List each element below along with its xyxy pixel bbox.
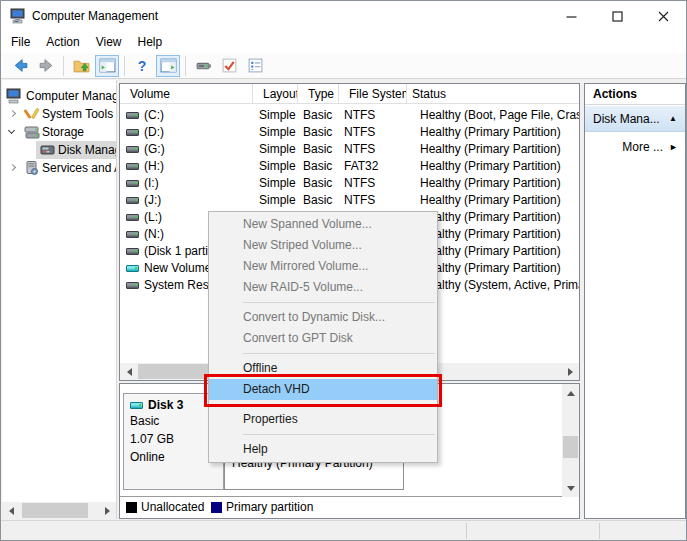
services-icon: [24, 160, 40, 176]
scroll-up-button[interactable]: [562, 384, 579, 401]
column-header-type[interactable]: Type: [298, 84, 339, 104]
tree-horizontal-scrollbar[interactable]: [2, 502, 116, 519]
actions-more-label: More ...: [622, 140, 663, 154]
scroll-down-button[interactable]: [562, 480, 579, 497]
scrollbar-thumb[interactable]: [22, 503, 88, 518]
volume-name: (L:): [144, 210, 162, 224]
table-row[interactable]: (J:) Simple Basic NTFS Healthy (Primary …: [120, 192, 579, 209]
maximize-button[interactable]: [594, 1, 640, 31]
tree-item-computer-management[interactable]: Computer Management: [2, 87, 117, 105]
actions-more-item[interactable]: More ... ►: [585, 136, 685, 158]
up-folder-button[interactable]: [69, 55, 93, 77]
disk-pane-vertical-scrollbar[interactable]: [562, 384, 579, 497]
storage-icon: [24, 124, 40, 140]
menu-item-new-spanned-volume: New Spanned Volume...: [209, 214, 437, 235]
column-header-layout[interactable]: Layout: [253, 84, 298, 104]
table-row[interactable]: (D:) Simple Basic NTFS Healthy (Primary …: [120, 124, 579, 141]
menu-item-properties[interactable]: Properties: [209, 409, 437, 430]
properties-list-button[interactable]: [243, 55, 267, 77]
menu-separator: [243, 353, 435, 354]
chevron-right-icon[interactable]: [9, 164, 16, 171]
scroll-right-button[interactable]: [562, 363, 579, 380]
collapse-arrow-icon[interactable]: ▲: [669, 106, 677, 132]
tree-item-system-tools[interactable]: System Tools: [2, 105, 117, 123]
scrollbar-thumb[interactable]: [138, 364, 212, 379]
volume-type: Basic: [303, 175, 332, 192]
volume-icon: [126, 112, 139, 119]
close-button[interactable]: [640, 1, 686, 31]
tree-item-storage[interactable]: Storage: [2, 123, 117, 141]
column-header-file-system[interactable]: File System: [339, 84, 407, 104]
menu-separator: [243, 434, 435, 435]
computer-management-window: Computer Management File Action View Hel…: [0, 0, 687, 541]
menu-item-convert-gpt-disk: Convert to GPT Disk: [209, 328, 437, 349]
minimize-icon: [566, 11, 577, 22]
show-action-pane-button[interactable]: [156, 55, 180, 77]
volume-icon: [126, 146, 139, 153]
disk-icon: [130, 402, 143, 409]
scroll-right-icon: [568, 368, 577, 376]
menu-file[interactable]: File: [3, 31, 38, 53]
volume-fs: FAT32: [344, 158, 378, 175]
actions-group-label: Disk Mana...: [593, 112, 660, 126]
table-row[interactable]: (H:) Simple Basic FAT32 Healthy (Primary…: [120, 158, 579, 175]
menu-item-convert-dynamic-disk: Convert to Dynamic Disk...: [209, 307, 437, 328]
tree-item-disk-management[interactable]: Disk Management: [2, 141, 117, 159]
scroll-left-button[interactable]: [2, 502, 19, 519]
forward-button[interactable]: [34, 55, 58, 77]
tree-item-services-applications[interactable]: Services and Applications: [2, 159, 117, 177]
table-row[interactable]: (I:) Simple Basic NTFS Healthy (Primary …: [120, 175, 579, 192]
menu-item-help[interactable]: Help: [209, 439, 437, 460]
primary-partition-color-swatch: [211, 502, 222, 513]
status-bar: [1, 520, 686, 540]
chevron-down-icon[interactable]: [8, 127, 15, 134]
table-row[interactable]: (G:) Simple Basic NTFS Healthy (Primary …: [120, 141, 579, 158]
back-button[interactable]: [8, 55, 32, 77]
volume-icon: [126, 282, 139, 289]
properties-list-icon: [247, 57, 264, 74]
chevron-right-icon[interactable]: [9, 110, 16, 117]
device-button[interactable]: [191, 55, 215, 77]
volume-status: Healthy (Primary Partition): [420, 192, 561, 209]
scroll-left-button[interactable]: [120, 363, 137, 380]
menu-view[interactable]: View: [88, 31, 130, 53]
volume-name: (D:): [144, 125, 164, 139]
volume-name: (N:): [144, 227, 164, 241]
check-button[interactable]: [217, 55, 241, 77]
scroll-right-button[interactable]: [99, 502, 116, 519]
volume-fs: NTFS: [344, 107, 375, 124]
column-header-volume[interactable]: Volume: [120, 84, 253, 104]
menu-help[interactable]: Help: [130, 31, 171, 53]
computer-icon: [6, 88, 22, 104]
console-tree-icon: [99, 57, 116, 74]
submenu-arrow-icon: ►: [669, 136, 678, 158]
menu-action[interactable]: Action: [38, 31, 87, 53]
column-header-status[interactable]: Status: [407, 84, 579, 104]
menu-item-new-striped-volume: New Striped Volume...: [209, 235, 437, 256]
unallocated-color-swatch: [126, 502, 137, 513]
maximize-icon: [612, 11, 623, 22]
scrollbar-thumb[interactable]: [563, 436, 578, 458]
volume-status: Healthy (Boot, Page File, Crash Dump, Pr…: [420, 107, 580, 124]
volume-status: Healthy (System, Active, Primary Partiti…: [420, 277, 580, 294]
volume-type: Basic: [303, 107, 332, 124]
menu-item-new-mirrored-volume: New Mirrored Volume...: [209, 256, 437, 277]
status-bar-divider: [466, 523, 467, 539]
volume-name: (G:): [144, 142, 165, 156]
annotation-rectangle: [204, 374, 442, 407]
scroll-left-icon: [5, 507, 14, 515]
toolbar-separator: [185, 56, 186, 76]
actions-group-disk-management[interactable]: Disk Mana... ▲: [585, 106, 685, 132]
volume-layout: Simple: [259, 158, 296, 175]
scroll-right-icon: [105, 507, 114, 515]
tree-item-label: Computer Management: [26, 87, 117, 105]
volume-status: Healthy (Primary Partition): [420, 260, 561, 277]
disk-name: Disk 3: [148, 398, 183, 412]
table-row[interactable]: (C:) Simple Basic NTFS Healthy (Boot, Pa…: [120, 107, 579, 124]
volume-list-header: Volume Layout Type File System Status: [120, 84, 579, 104]
minimize-button[interactable]: [548, 1, 594, 31]
help-button[interactable]: ?: [130, 55, 154, 77]
volume-layout: Simple: [259, 107, 296, 124]
show-console-tree-button[interactable]: [95, 55, 119, 77]
close-icon: [658, 11, 669, 22]
